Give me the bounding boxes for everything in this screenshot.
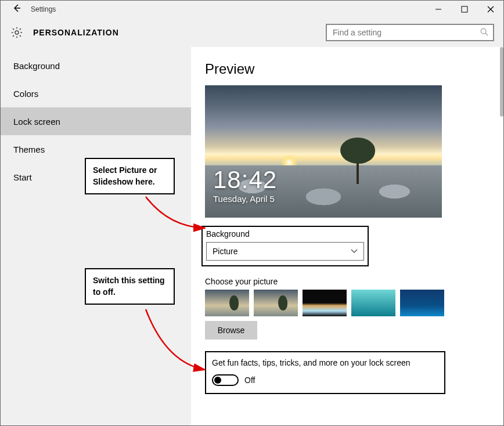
picture-thumb-4[interactable] (351, 290, 395, 316)
sidebar-item-background[interactable]: Background (1, 52, 191, 80)
search-icon (480, 28, 488, 38)
maximize-icon (461, 6, 468, 13)
picture-thumb-5[interactable] (400, 290, 444, 316)
background-label: Background (206, 229, 364, 239)
section-title: PERSONALIZATION (33, 28, 119, 37)
maximize-button[interactable] (451, 1, 477, 18)
window-title: Settings (31, 5, 56, 13)
minimize-icon (435, 6, 442, 13)
svg-line-9 (13, 28, 14, 30)
funfacts-toggle[interactable] (212, 374, 239, 386)
content-pane: Preview 18:42 Tuesday, April 5 Backgroun… (191, 47, 503, 425)
body: Background Colors Lock screen Themes Sta… (1, 47, 503, 425)
svg-point-4 (15, 31, 19, 34)
title-bar: Settings (1, 1, 503, 18)
scrollbar-thumb[interactable] (500, 47, 503, 117)
browse-button[interactable]: Browse (205, 321, 257, 340)
annotation-highlight-background: Background Picture (201, 226, 369, 266)
sidebar-item-label: Background (13, 61, 60, 71)
preview-date: Tuesday, April 5 (213, 194, 277, 204)
background-dropdown[interactable]: Picture (206, 242, 364, 261)
sidebar-item-label: Themes (13, 145, 45, 154)
window-controls (425, 1, 503, 18)
lock-screen-preview: 18:42 Tuesday, April 5 (205, 85, 442, 218)
svg-rect-1 (462, 6, 467, 12)
funfacts-toggle-state: Off (244, 376, 255, 385)
gear-icon (10, 26, 24, 39)
sidebar-item-label: Lock screen (13, 117, 60, 127)
search-box[interactable] (326, 24, 494, 41)
background-dropdown-value: Picture (213, 247, 238, 256)
back-button[interactable] (5, 3, 28, 16)
sidebar-item-colors[interactable]: Colors (1, 80, 191, 107)
header: PERSONALIZATION (1, 18, 503, 47)
picture-thumb-2[interactable] (254, 290, 298, 316)
svg-line-14 (485, 33, 488, 35)
browse-button-label: Browse (218, 326, 245, 335)
annotation-callout-1: Select Picture or Slideshow here. (85, 158, 175, 194)
sidebar-item-label: Colors (13, 89, 38, 99)
preview-time: 18:42 (213, 166, 277, 194)
picture-thumb-1[interactable] (205, 290, 249, 316)
toggle-knob (214, 377, 221, 384)
sidebar-item-lock-screen[interactable]: Lock screen (1, 107, 191, 135)
arrow-left-icon (12, 3, 21, 13)
picture-thumbnails (205, 290, 489, 316)
svg-line-11 (20, 28, 21, 30)
svg-point-13 (481, 28, 486, 34)
picture-thumb-3[interactable] (303, 290, 347, 316)
sidebar-item-label: Start (13, 172, 32, 182)
minimize-button[interactable] (425, 1, 451, 18)
preview-heading: Preview (205, 61, 489, 77)
sidebar: Background Colors Lock screen Themes Sta… (1, 47, 191, 425)
chevron-down-icon (351, 247, 358, 255)
close-icon (487, 6, 494, 13)
funfacts-label: Get fun facts, tips, tricks, and more on… (212, 358, 438, 367)
search-input[interactable] (332, 25, 480, 40)
svg-line-10 (20, 35, 21, 37)
close-button[interactable] (477, 1, 503, 18)
annotation-callout-2: Switch this setting to off. (85, 268, 175, 305)
annotation-highlight-funfacts: Get fun facts, tips, tricks, and more on… (205, 351, 445, 394)
preview-clock: 18:42 Tuesday, April 5 (213, 166, 277, 204)
svg-line-12 (13, 35, 14, 37)
choose-picture-label: Choose your picture (205, 277, 489, 286)
